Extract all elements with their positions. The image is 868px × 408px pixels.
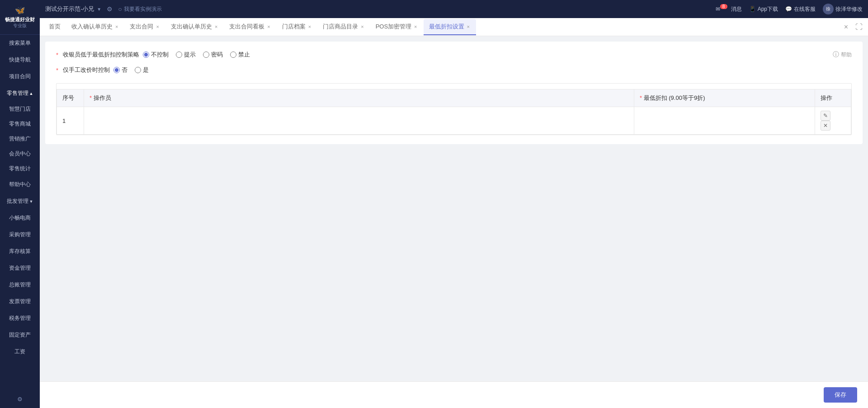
sidebar-item-smart-store[interactable]: 智慧门店 bbox=[0, 102, 40, 117]
topbar: 测试分开示范-小兄 ▼ ⚙ ○ 我要看实例演示 ✉ 8 消息 📱 App下载 💬… bbox=[40, 0, 868, 18]
manual-no-label: 否 bbox=[122, 66, 127, 74]
manual-yes[interactable]: 是 bbox=[135, 66, 149, 74]
manual-radio-group: 否 是 bbox=[113, 66, 149, 74]
close-tab-btn[interactable]: × bbox=[842, 22, 850, 32]
manual-control-label: 仅手工改价时控制 bbox=[63, 66, 110, 74]
settings-card: * 收银员低于最低折扣控制策略 不控制 提示 密码 bbox=[45, 42, 863, 144]
project-name: 测试分开示范-小兄 bbox=[45, 5, 94, 13]
user-profile-btn[interactable]: 徐 徐泽华修改 bbox=[823, 4, 863, 14]
tab-home[interactable]: 首页 bbox=[43, 19, 66, 35]
manual-no-input[interactable] bbox=[113, 67, 120, 73]
expand-tab-btn[interactable]: ⛶ bbox=[854, 22, 864, 32]
sidebar-item-help-center[interactable]: 帮助中心 bbox=[0, 176, 40, 193]
sidebar-item-ecommerce[interactable]: 小畅电商 bbox=[0, 210, 40, 226]
tab-home-label: 首页 bbox=[49, 23, 61, 31]
row-seq: 1 bbox=[57, 107, 84, 135]
row-operator bbox=[84, 107, 634, 135]
sidebar-item-wholesale-mgmt[interactable]: 批发管理 ▼ bbox=[0, 193, 40, 210]
sidebar-item-purchase-mgmt[interactable]: 采购管理 bbox=[0, 226, 40, 243]
sidebar-item-retail-mall[interactable]: 零售商城 bbox=[0, 117, 40, 131]
tab-min-discount-label: 最低折扣设置 bbox=[429, 23, 464, 31]
data-table: 序号 * 操作员 * 最低折扣 (9.00等于9折) 操作 bbox=[57, 89, 851, 135]
topbar-right-actions: ✉ 8 消息 📱 App下载 💬 在线客服 徐 徐泽华修改 bbox=[716, 4, 863, 14]
demo-icon: ○ bbox=[118, 5, 122, 13]
row-delete-btn[interactable]: ✕ bbox=[821, 121, 830, 131]
table-header: 序号 * 操作员 * 最低折扣 (9.00等于9折) 操作 bbox=[57, 89, 851, 107]
strategy-forbid-label: 禁止 bbox=[238, 51, 250, 59]
row-action: ✎ ✕ bbox=[815, 107, 851, 135]
tab-payment-confirm-label: 支出确认单历史 bbox=[171, 23, 212, 31]
data-table-area: 序号 * 操作员 * 最低折扣 (9.00等于9折) 操作 bbox=[56, 83, 852, 135]
main-area: 测试分开示范-小兄 ▼ ⚙ ○ 我要看实例演示 ✉ 8 消息 📱 App下载 💬… bbox=[40, 0, 868, 408]
strategy-forbid[interactable]: 禁止 bbox=[230, 51, 250, 59]
tab-income-confirm-label: 收入确认单历史 bbox=[71, 23, 113, 31]
sidebar-item-member-center[interactable]: 会员中心 bbox=[0, 146, 40, 161]
sidebar: 🦋 畅捷通好业财 专业版 搜索菜单 快捷导航 项目合同 零售管理 ▲ 智慧门店 … bbox=[0, 0, 40, 408]
strategy-prompt[interactable]: 提示 bbox=[176, 51, 196, 59]
sidebar-item-invoice-mgmt[interactable]: 发票管理 bbox=[0, 293, 40, 310]
online-service-icon: 💬 bbox=[785, 6, 792, 12]
topbar-settings-icon[interactable]: ⚙ bbox=[107, 5, 113, 13]
strategy-password[interactable]: 密码 bbox=[203, 51, 223, 59]
tab-payment-confirm-close[interactable]: × bbox=[214, 23, 218, 30]
sidebar-item-ledger-mgmt[interactable]: 总账管理 bbox=[0, 277, 40, 293]
strategy-prompt-input[interactable] bbox=[176, 52, 182, 58]
app-edition: 专业版 bbox=[4, 23, 36, 29]
sidebar-item-shortcuts[interactable]: 快捷导航 bbox=[0, 52, 40, 68]
strategy-password-input[interactable] bbox=[203, 52, 209, 58]
tab-store-goods-close[interactable]: × bbox=[360, 23, 364, 30]
sidebar-item-salary[interactable]: 工资 bbox=[0, 343, 40, 360]
tab-pos-password[interactable]: POS加密管理 × bbox=[370, 19, 424, 35]
strategy-label: 收银员低于最低折扣控制策略 bbox=[63, 51, 139, 59]
tab-payment-board-close[interactable]: × bbox=[266, 23, 271, 30]
strategy-no-control-input[interactable] bbox=[143, 52, 149, 58]
tab-min-discount[interactable]: 最低折扣设置 × bbox=[424, 19, 476, 35]
strategy-row: * 收银员低于最低折扣控制策略 不控制 提示 密码 bbox=[56, 51, 852, 59]
messages-label: 消息 bbox=[731, 5, 742, 13]
sidebar-item-retail-stats[interactable]: 零售统计 bbox=[0, 161, 40, 176]
form-section: * 收银员低于最低折扣控制策略 不控制 提示 密码 bbox=[56, 51, 852, 74]
sidebar-item-inventory[interactable]: 库存核算 bbox=[0, 243, 40, 260]
strategy-no-control[interactable]: 不控制 bbox=[143, 51, 169, 59]
sidebar-settings-btn[interactable]: ⚙ bbox=[0, 390, 40, 408]
tab-income-confirm[interactable]: 收入确认单历史 × bbox=[66, 19, 124, 35]
strategy-prompt-label: 提示 bbox=[184, 51, 196, 59]
online-service-btn[interactable]: 💬 在线客服 bbox=[785, 5, 816, 13]
demo-btn[interactable]: ○ 我要看实例演示 bbox=[118, 5, 161, 13]
save-button[interactable]: 保存 bbox=[824, 387, 857, 403]
tab-store-file-close[interactable]: × bbox=[307, 23, 312, 30]
tab-payment-contract[interactable]: 支出合同 × bbox=[124, 19, 165, 35]
sidebar-item-tax-mgmt[interactable]: 税务管理 bbox=[0, 310, 40, 327]
sidebar-item-fund-mgmt[interactable]: 资金管理 bbox=[0, 260, 40, 277]
table-header-row: 序号 * 操作员 * 最低折扣 (9.00等于9折) 操作 bbox=[57, 89, 851, 107]
app-download-btn[interactable]: 📱 App下载 bbox=[749, 5, 778, 13]
messages-btn[interactable]: ✉ 8 消息 bbox=[716, 5, 742, 13]
tab-store-file[interactable]: 门店档案 × bbox=[277, 19, 317, 35]
tab-min-discount-close[interactable]: × bbox=[466, 23, 471, 30]
app-download-icon: 📱 bbox=[749, 6, 756, 12]
tab-payment-confirm[interactable]: 支出确认单历史 × bbox=[165, 19, 224, 35]
tab-payment-contract-close[interactable]: × bbox=[155, 23, 160, 30]
sidebar-item-search[interactable]: 搜索菜单 bbox=[0, 35, 40, 52]
help-btn[interactable]: ⓘ 帮助 bbox=[833, 51, 852, 59]
col-header-seq: 序号 bbox=[57, 89, 84, 107]
tab-store-goods-label: 门店商品目录 bbox=[323, 23, 358, 31]
row-edit-btn[interactable]: ✎ bbox=[821, 111, 830, 121]
sidebar-item-retail-mgmt[interactable]: 零售管理 ▲ bbox=[0, 85, 40, 102]
manual-control-row: * 仅手工改价时控制 否 是 bbox=[56, 66, 852, 74]
tab-store-goods[interactable]: 门店商品目录 × bbox=[317, 19, 370, 35]
manual-no[interactable]: 否 bbox=[113, 66, 127, 74]
manual-yes-input[interactable] bbox=[135, 67, 141, 73]
messages-badge: 8 bbox=[720, 4, 727, 9]
app-download-label: App下载 bbox=[758, 5, 778, 13]
tab-income-confirm-close[interactable]: × bbox=[114, 23, 119, 30]
sidebar-item-project-contract[interactable]: 项目合同 bbox=[0, 68, 40, 85]
sidebar-item-marketing[interactable]: 营销推广 bbox=[0, 131, 40, 146]
tab-pos-password-close[interactable]: × bbox=[413, 23, 418, 30]
sidebar-item-fixed-assets[interactable]: 固定资产 bbox=[0, 327, 40, 343]
tab-payment-board[interactable]: 支出合同看板 × bbox=[224, 19, 276, 35]
avatar: 徐 bbox=[823, 4, 834, 14]
tabbar: 首页 收入确认单历史 × 支出合同 × 支出确认单历史 × 支出合同看板 × 门… bbox=[40, 18, 868, 36]
strategy-forbid-input[interactable] bbox=[230, 52, 236, 58]
project-selector[interactable]: 测试分开示范-小兄 ▼ bbox=[45, 5, 101, 13]
